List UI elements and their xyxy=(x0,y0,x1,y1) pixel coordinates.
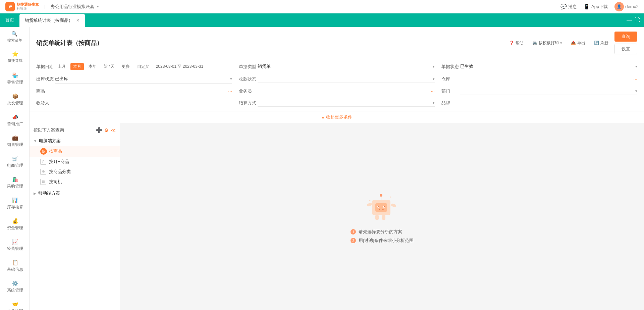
receipt-status-label: 收款状态 xyxy=(239,76,258,82)
minimize-icon[interactable]: — xyxy=(627,17,632,23)
date-custom[interactable]: 自定义 xyxy=(135,63,152,70)
sidebar-search[interactable]: 🔍 搜索菜单 xyxy=(0,27,29,47)
doc-type-filter: 单据类型 销货单 ▾ xyxy=(239,62,435,71)
sidebar-item-purchase[interactable]: 🛍️ 采购管理 xyxy=(0,172,29,193)
search-icon: 🔍 xyxy=(11,31,18,37)
collapse-more-button[interactable]: ▲ 收起更多条件 xyxy=(30,111,644,123)
tree-pc-label: 电脑端方案 xyxy=(39,138,61,144)
help-button[interactable]: ❓ 帮助 xyxy=(506,39,526,47)
date-7days[interactable]: 近7天 xyxy=(101,63,117,70)
sidebar-item-quick-nav[interactable]: ⭐ 快捷导航 xyxy=(0,47,29,67)
settings-button[interactable]: 设置 xyxy=(614,44,637,54)
settle-value[interactable]: ▾ xyxy=(258,99,435,107)
date-more[interactable]: 更多 xyxy=(119,63,132,70)
inventory-icon: 📊 xyxy=(12,197,18,203)
sidebar-item-enterprise[interactable]: 🤝 企业协同 xyxy=(0,297,29,310)
date-last-month[interactable]: 上月 xyxy=(55,63,68,70)
logo-text: 畅捷通好生意 标账版 xyxy=(17,2,39,11)
receiver-value[interactable]: ··· xyxy=(55,99,232,107)
print-icon: 🖨️ xyxy=(532,41,537,45)
add-scheme-icon[interactable]: ➕ xyxy=(96,127,102,133)
goods-filter: 商品 ··· xyxy=(36,87,232,95)
filter-rows: 单据日期 上月 本月 本年 近7天 更多 自定义 2023-03-01 至 20… xyxy=(30,58,644,71)
doc-status-filter: 单据状态 已生效 ▾ xyxy=(441,62,637,71)
svg-text:✦: ✦ xyxy=(369,199,371,202)
tree-item-by-month-goods[interactable]: 月 按月+商品 xyxy=(30,157,120,167)
sidebar: 🔍 搜索菜单 ⭐ 快捷导航 🏪 零售管理 📦 批发管理 📣 营销推广 💼 销售管… xyxy=(0,27,30,310)
tree-item-by-goods[interactable]: 按 按商品 xyxy=(30,146,120,157)
svg-point-4 xyxy=(378,206,379,207)
doc-type-label: 单据类型 xyxy=(239,64,258,70)
refresh-button[interactable]: 🔄 刷新 xyxy=(591,39,611,47)
message-icon: 💬 xyxy=(560,4,567,10)
out-status-value[interactable]: 已出库 ▾ xyxy=(55,74,232,84)
doc-status-value[interactable]: 已生效 ▾ xyxy=(460,62,637,71)
top-bar-right: 💬 消息 📱 App下载 👤 demo2 xyxy=(560,2,639,11)
export-button[interactable]: 📤 导出 xyxy=(568,39,588,47)
workspace-dropdown[interactable]: ▾ xyxy=(97,4,99,9)
print-button[interactable]: 🖨️ 按模板打印 ▾ xyxy=(530,39,565,47)
filter-row-1: 单据日期 上月 本月 本年 近7天 更多 自定义 2023-03-01 至 20… xyxy=(36,62,637,71)
marketing-icon: 📣 xyxy=(12,114,18,120)
date-this-year[interactable]: 本年 xyxy=(86,63,99,70)
window-controls: — ⛶ xyxy=(627,17,644,23)
sidebar-item-inventory[interactable]: 📊 库存核算 xyxy=(0,193,29,214)
receiver-dots: ··· xyxy=(228,100,232,105)
tab-sales-stats[interactable]: 销货单统计表（按商品） ✕ xyxy=(19,14,85,27)
goods-dots: ··· xyxy=(228,88,232,94)
receipt-status-value[interactable]: ▾ xyxy=(258,75,435,83)
dept-label: 部门 xyxy=(441,88,460,94)
empty-tip-1: 1 请先选择要分析的方案 xyxy=(351,229,413,235)
dept-filter: 部门 ▾ xyxy=(441,87,637,95)
sidebar-item-wholesale[interactable]: 📦 批发管理 xyxy=(0,89,29,110)
tab-sales-stats-label: 销货单统计表（按商品） xyxy=(25,17,73,23)
tab-close-icon[interactable]: ✕ xyxy=(76,18,79,23)
staff-value[interactable]: ··· xyxy=(258,87,435,95)
date-label: 单据日期 xyxy=(36,64,55,70)
settings-scheme-icon[interactable]: ⚙ xyxy=(104,127,109,133)
warehouse-filter: 仓库 ··· xyxy=(441,74,637,84)
brand-value[interactable]: ··· xyxy=(460,99,637,107)
sidebar-item-system[interactable]: ⚙️ 系统管理 xyxy=(0,276,29,297)
sidebar-item-operations[interactable]: 📈 经营管理 xyxy=(0,235,29,256)
avatar: 👤 xyxy=(614,2,624,11)
sidebar-item-marketing[interactable]: 📣 营销推广 xyxy=(0,110,29,131)
tree-item-by-cashier[interactable]: 司 按司机 xyxy=(30,177,120,187)
tree-item-pc-scheme[interactable]: ▼ 电脑端方案 xyxy=(30,136,120,146)
goods-value[interactable]: ··· xyxy=(55,87,232,95)
tab-home-label: 首页 xyxy=(5,17,14,23)
app-download-button[interactable]: 📱 App下载 xyxy=(584,4,608,10)
out-status-caret: ▾ xyxy=(230,77,232,81)
sidebar-item-ecommerce[interactable]: 🛒 电商管理 xyxy=(0,152,29,172)
receipt-status-caret: ▾ xyxy=(433,77,435,81)
maximize-icon[interactable]: ⛶ xyxy=(635,17,640,23)
workspace-title: 办公用品行业模拟账套 xyxy=(51,4,94,10)
sidebar-item-sales-mgmt[interactable]: 💼 销售管理 xyxy=(0,131,29,152)
sidebar-item-basic[interactable]: 📋 基础信息 xyxy=(0,256,29,276)
tree-item-by-goods-category[interactable]: 类 按商品分类 xyxy=(30,167,120,177)
svg-rect-6 xyxy=(367,203,372,207)
top-bar-left: 好 畅捷通好生意 标账版 | 办公用品行业模拟账套 ▾ xyxy=(5,2,99,11)
user-profile[interactable]: 👤 demo2 xyxy=(614,2,639,11)
receiver-label: 收货人 xyxy=(36,100,55,106)
warehouse-value[interactable]: ··· xyxy=(460,75,637,83)
tip-dot-1: 1 xyxy=(351,229,356,235)
collapse-left-icon[interactable]: ≪ xyxy=(111,127,116,133)
logo-area: 好 畅捷通好生意 标账版 xyxy=(5,2,39,11)
filter-row-3: 商品 ··· 业务员 ··· 部门 xyxy=(30,87,644,99)
basic-icon: 📋 xyxy=(12,260,18,266)
tab-home[interactable]: 首页 xyxy=(0,13,19,27)
doc-type-value[interactable]: 销货单 ▾ xyxy=(258,62,435,71)
svg-rect-11 xyxy=(382,215,385,220)
query-button[interactable]: 查询 xyxy=(614,32,637,42)
quick-nav-icon: ⭐ xyxy=(12,51,18,57)
sidebar-item-finance[interactable]: 💰 资金管理 xyxy=(0,214,29,235)
by-cashier-icon: 司 xyxy=(40,179,46,185)
sidebar-item-retail[interactable]: 🏪 零售管理 xyxy=(0,68,29,89)
message-button[interactable]: 💬 消息 xyxy=(560,4,577,10)
dept-value[interactable]: ▾ xyxy=(460,88,637,95)
staff-dots: ··· xyxy=(431,88,435,94)
date-this-month[interactable]: 本月 xyxy=(70,63,84,70)
tree-item-mobile-scheme[interactable]: ▶ 移动端方案 xyxy=(30,188,120,198)
main-layout: 🔍 搜索菜单 ⭐ 快捷导航 🏪 零售管理 📦 批发管理 📣 营销推广 💼 销售管… xyxy=(0,27,644,310)
